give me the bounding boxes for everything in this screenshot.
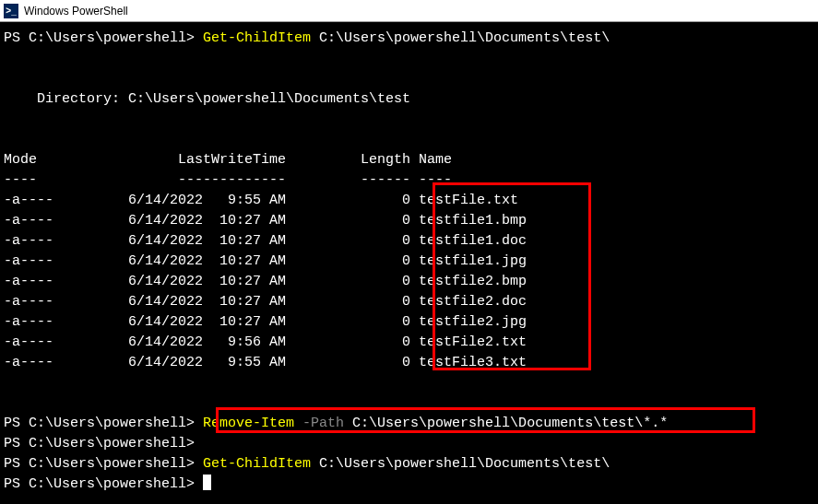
prompt-text: PS C:\Users\powershell> [4, 416, 203, 431]
table-row: -a---- 6/14/2022 10:27 AM 0 testfile1.bm… [4, 211, 814, 231]
cursor [203, 475, 211, 490]
table-column-underline: ---- ------------- ------ ---- [4, 170, 814, 191]
prompt-text: PS C:\Users\powershell> [4, 30, 203, 46]
prompt-line-current[interactable]: PS C:\Users\powershell> [4, 475, 814, 495]
table-row: -a---- 6/14/2022 10:27 AM 0 testfile1.jp… [4, 252, 814, 272]
table-row: -a---- 6/14/2022 10:27 AM 0 testfile1.do… [4, 231, 814, 252]
prompt-line-3: PS C:\Users\powershell> [4, 434, 814, 454]
table-row: -a---- 6/14/2022 10:27 AM 0 testfile2.jp… [4, 312, 814, 333]
powershell-icon: >_ [4, 4, 18, 18]
cmd-arg-path: C:\Users\powershell\Documents\test\ [311, 30, 610, 46]
table-row: -a---- 6/14/2022 9:56 AM 0 testFile2.txt [4, 333, 814, 353]
cmd-arg-path: C:\Users\powershell\Documents\test\*.* [344, 416, 668, 431]
table-column-header: Mode LastWriteTime Length Name [4, 150, 814, 170]
table-row: -a---- 6/14/2022 10:27 AM 0 testfile2.bm… [4, 272, 814, 292]
prompt-line-1: PS C:\Users\powershell> Get-ChildItem C:… [4, 29, 814, 49]
prompt-line-2: PS C:\Users\powershell> Remove-Item -Pat… [4, 414, 814, 434]
directory-header: Directory: C:\Users\powershell\Documents… [4, 89, 814, 110]
cmd-arg-path: C:\Users\powershell\Documents\test\ [311, 456, 610, 472]
window-title: Windows PowerShell [24, 5, 128, 18]
param-path: -Path [294, 416, 344, 431]
prompt-line-4: PS C:\Users\powershell> Get-ChildItem C:… [4, 454, 814, 475]
table-row: -a---- 6/14/2022 9:55 AM 0 testFile.txt [4, 191, 814, 211]
prompt-text: PS C:\Users\powershell> [4, 456, 203, 472]
prompt-text: PS C:\Users\powershell> [4, 476, 203, 492]
cmdlet-get-childitem: Get-ChildItem [203, 30, 311, 46]
table-row: -a---- 6/14/2022 10:27 AM 0 testfile2.do… [4, 292, 814, 312]
cmdlet-get-childitem: Get-ChildItem [203, 456, 311, 472]
window-title-bar[interactable]: >_ Windows PowerShell [0, 0, 818, 22]
cmdlet-remove-item: Remove-Item [203, 416, 294, 431]
terminal-body[interactable]: PS C:\Users\powershell> Get-ChildItem C:… [0, 22, 818, 501]
table-row: -a---- 6/14/2022 9:55 AM 0 testFile3.txt [4, 353, 814, 373]
